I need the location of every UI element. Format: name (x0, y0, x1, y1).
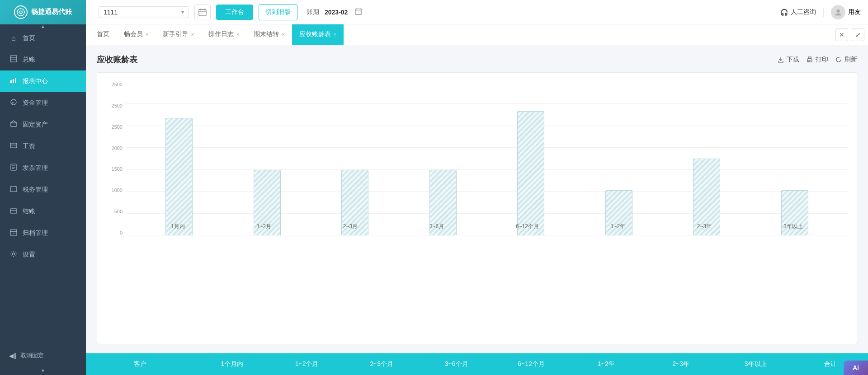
download-button[interactable]: 下载 (778, 56, 799, 64)
svg-rect-25 (10, 187, 17, 192)
sidebar-pin-toggle[interactable]: ◀‖ 取消固定 (0, 345, 86, 366)
tab-guide-close[interactable]: × (191, 32, 193, 37)
sidebar-label-archive: 归档管理 (23, 229, 48, 237)
x-label-6-12m: 6~12个月 (516, 223, 539, 230)
expand-tab-button[interactable]: ⤢ (852, 28, 864, 41)
sidebar-item-home[interactable]: ⌂ 首页 (0, 28, 86, 49)
period-calendar-icon[interactable] (355, 8, 362, 16)
bars-container (126, 82, 848, 235)
sidebar-item-salary[interactable]: 工资 (0, 136, 86, 157)
tab-aging-close[interactable]: × (334, 32, 336, 37)
settings-icon (9, 250, 18, 259)
user-info[interactable]: 用友 (831, 5, 861, 19)
scroll-up-button[interactable]: ▲ (0, 24, 86, 28)
headphone-icon: 🎧 (780, 9, 788, 16)
ai-badge[interactable]: Ai (844, 361, 868, 375)
consult-button[interactable]: 🎧 人工咨询 (780, 8, 816, 16)
sidebar-item-ledger[interactable]: 总账 (0, 49, 86, 70)
close-tab-button[interactable]: ✕ (835, 28, 848, 41)
print-button[interactable]: 打印 (807, 56, 828, 64)
x-label-2-3m: 2~3月 (343, 223, 358, 230)
x-label-1-2y: 1~2年 (611, 223, 625, 230)
scroll-down-button[interactable]: ▼ (0, 366, 86, 375)
sidebar-label-ledger: 总账 (23, 56, 35, 64)
tab-member-close[interactable]: × (146, 32, 148, 37)
sidebar-label-tax: 税务管理 (23, 186, 48, 194)
switch-version-button[interactable]: 切到旧版 (259, 4, 297, 20)
svg-rect-19 (10, 143, 17, 148)
chart-wrap: 0 500 1000 1500 2000 2500 2500 2500 (106, 82, 848, 253)
print-label: 打印 (816, 56, 828, 64)
tab-aging-label: 应收账龄表 (299, 30, 331, 38)
checkout-icon (9, 207, 18, 216)
th-6-12m: 6~12个月 (494, 360, 569, 368)
y-axis: 0 500 1000 1500 2000 2500 2500 2500 (106, 82, 124, 235)
svg-rect-18 (11, 123, 16, 127)
sidebar-item-settings[interactable]: 设置 (0, 244, 86, 266)
tab-yearend[interactable]: 期末结转 × (246, 24, 292, 45)
company-selector[interactable]: 1111 ▾ (99, 6, 189, 18)
th-3-6m: 3~6个月 (419, 360, 494, 368)
bar-group-6-12m (517, 111, 544, 235)
consult-label: 人工咨询 (791, 8, 816, 16)
sidebar-label-salary: 工资 (23, 142, 35, 150)
svg-rect-10 (10, 56, 17, 62)
svg-text:¥: ¥ (11, 101, 14, 105)
header-right: 🎧 人工咨询 用友 (780, 5, 861, 19)
y-label-0: 0 (106, 230, 124, 235)
svg-point-0 (17, 9, 24, 16)
workbench-button[interactable]: 工作台 (216, 5, 253, 20)
page-header: 应收账龄表 下载 (97, 54, 857, 65)
tab-home[interactable]: 首页 (90, 24, 117, 45)
sidebar-label-reports: 报表中心 (23, 77, 48, 85)
page-actions: 下载 打印 (778, 56, 857, 64)
invoice-icon (9, 164, 18, 173)
th-2-3m: 2~3个月 (344, 360, 419, 368)
tab-oplog[interactable]: 操作日志 × (201, 24, 246, 45)
svg-rect-35 (808, 57, 811, 59)
tab-aging[interactable]: 应收账龄表 × (292, 24, 344, 45)
tabs-actions: ✕ ⤢ (835, 28, 864, 41)
refresh-button[interactable]: 刷新 (835, 56, 857, 64)
sidebar-label-assets: 固定资产 (23, 121, 48, 129)
ledger-icon (9, 55, 18, 64)
avatar (831, 5, 845, 19)
sidebar-item-assets[interactable]: 固定资产 (0, 114, 86, 136)
sidebar-item-tax[interactable]: 税务管理 (0, 179, 86, 201)
tabs-bar: 首页 畅会员 × 新手引导 × 操作日志 × 期末结转 × 应收账龄表 × (86, 24, 868, 45)
chevron-down-icon: ▾ (181, 9, 184, 15)
sidebar-item-funds[interactable]: ¥ 资金管理 (0, 92, 86, 114)
page-title: 应收账龄表 (97, 54, 137, 65)
sidebar-item-invoice[interactable]: 发票管理 (0, 157, 86, 179)
x-label-3-6m: 3~6月 (429, 223, 444, 230)
tax-icon (9, 185, 18, 194)
sidebar: ▲ ⌂ 首页 总账 报表中心 (0, 24, 86, 375)
x-label-1-2m: 1~2月 (257, 223, 271, 230)
sidebar-label-settings: 设置 (23, 251, 35, 259)
tab-oplog-close[interactable]: × (236, 32, 239, 37)
tab-member[interactable]: 畅会员 × (117, 24, 156, 45)
period-label: 账期 (307, 8, 319, 16)
tab-yearend-label: 期末结转 (254, 30, 279, 38)
tab-yearend-close[interactable]: × (282, 32, 284, 37)
tab-guide[interactable]: 新手引导 × (156, 24, 201, 45)
salary-icon (9, 142, 18, 151)
calendar-button[interactable] (194, 4, 211, 20)
tab-oplog-label: 操作日志 (208, 30, 234, 38)
sidebar-item-reports[interactable]: 报表中心 (0, 70, 86, 92)
archive-icon (9, 229, 18, 238)
svg-point-33 (13, 253, 15, 255)
y-label-2500c: 2500 (106, 82, 124, 87)
tab-home-label: 首页 (97, 30, 109, 38)
sidebar-item-checkout[interactable]: 结账 (0, 201, 86, 222)
svg-rect-15 (15, 78, 16, 83)
sidebar-label-home: 首页 (23, 34, 35, 42)
sidebar-item-archive[interactable]: 归档管理 (0, 222, 86, 244)
x-axis: 1月内 1~2月 2~3月 3~6月 6~12个月 1~2年 2~3年 3年以上 (126, 217, 848, 235)
logo-icon (14, 5, 28, 19)
assets-icon (9, 120, 18, 129)
logo: 畅捷通易代账 (0, 0, 86, 24)
svg-point-9 (836, 9, 840, 12)
main-layout: ▲ ⌂ 首页 总账 报表中心 (0, 24, 868, 375)
download-label: 下载 (787, 56, 799, 64)
